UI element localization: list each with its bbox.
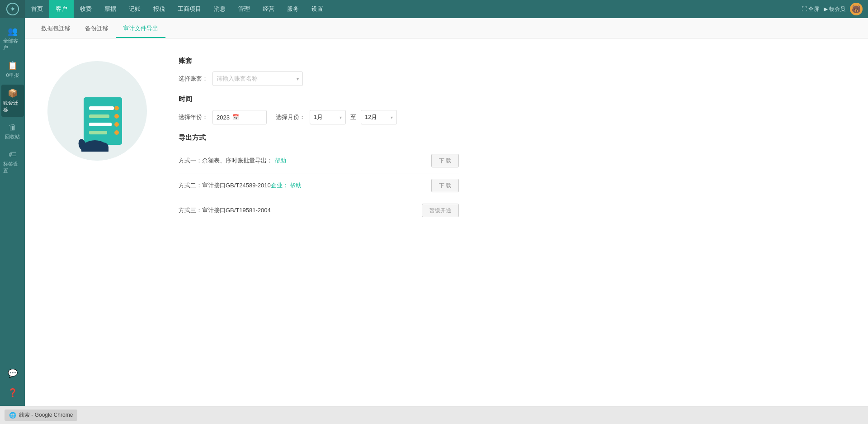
- member-button[interactable]: ▶ 畅会员: [824, 5, 845, 13]
- svg-point-6: [114, 106, 119, 110]
- nav-service[interactable]: 服务: [281, 0, 305, 18]
- account-section-title: 账套: [179, 57, 459, 65]
- export-section-title: 导出方式: [179, 133, 459, 142]
- nav-manage[interactable]: 管理: [232, 0, 256, 18]
- export-method-2-download-button[interactable]: 下 载: [431, 179, 459, 192]
- export-method-2-label: 方式二：审计接口GB/T24589-2010: [179, 182, 271, 189]
- svg-rect-4: [89, 123, 112, 126]
- recycle-icon: 🗑: [9, 123, 17, 132]
- export-method-3: 方式三：审计接口GB/T19581-2004 暂缓开通: [179, 198, 459, 223]
- nav-customer[interactable]: 客户: [49, 0, 74, 18]
- chevron-down-icon: ▾: [297, 76, 299, 81]
- account-row: 选择账套： 请输入账套名称 ▾: [179, 71, 459, 86]
- help-icon: ❓: [8, 388, 18, 398]
- svg-point-8: [114, 122, 119, 127]
- logo-icon: ✦: [6, 3, 19, 15]
- year-label: 选择年份：: [179, 113, 208, 121]
- nav-fee[interactable]: 收费: [74, 0, 98, 18]
- nav-business[interactable]: 工商项目: [171, 0, 208, 18]
- tab-audit-export[interactable]: 审计文件导出: [116, 20, 165, 38]
- export-method-3-open-button[interactable]: 暂缓开通: [422, 204, 459, 217]
- account-select[interactable]: 请输入账套名称 ▾: [212, 71, 303, 86]
- sidebar-help-button[interactable]: ❓: [1, 384, 24, 401]
- app-logo: ✦: [0, 0, 25, 18]
- content-area: 数据包迁移 备份迁移 审计文件导出: [25, 18, 868, 406]
- taskbar-chrome-label: 线索 - Google Chrome: [19, 411, 73, 419]
- month-start-select[interactable]: 1月 ▾: [310, 110, 346, 124]
- export-method-1-label: 方式一：余额表、序时账批量导出：: [179, 157, 273, 164]
- illustration-circle: [47, 61, 147, 161]
- time-separator: 至: [350, 113, 356, 121]
- tab-backup-migration[interactable]: 备份迁移: [78, 20, 116, 38]
- month-start-chevron-icon: ▾: [340, 115, 342, 120]
- year-input[interactable]: 2023 📅: [212, 110, 267, 124]
- export-method-2: 方式二：审计接口GB/T24589-2010企业： 帮助 下 载: [179, 173, 459, 198]
- fullscreen-icon: ⛶: [802, 6, 807, 12]
- illustration-svg: [61, 70, 133, 152]
- member-icon: ▶: [824, 6, 828, 12]
- month-label: 选择月份：: [276, 113, 305, 121]
- form-area: 账套 选择账套： 请输入账套名称 ▾ 时间 选择年份： 2023 📅: [160, 52, 477, 392]
- sidebar-item-zero-declare[interactable]: 📋 0申报: [1, 57, 24, 82]
- main-layout: 👥 全部客户 📋 0申报 📦 账套迁移 🗑 回收站 🏷 标签设置 💬 ❓: [0, 18, 868, 406]
- export-method-2-company-label: 企业：: [271, 182, 288, 189]
- page-content: 账套 选择账套： 请输入账套名称 ▾ 时间 选择年份： 2023 📅: [25, 38, 868, 406]
- top-navigation: ✦ 首页 客户 收费 票据 记账 报税 工商项目 消息 管理 经营 服务 设置 …: [0, 0, 868, 18]
- sidebar: 👥 全部客户 📋 0申报 📦 账套迁移 🗑 回收站 🏷 标签设置 💬 ❓: [0, 18, 25, 406]
- account-migrate-icon: 📦: [8, 88, 18, 98]
- export-method-1: 方式一：余额表、序时账批量导出： 帮助 下 载: [179, 148, 459, 173]
- sidebar-item-account-migrate[interactable]: 📦 账套迁移: [1, 85, 24, 117]
- calendar-icon: 📅: [232, 114, 239, 120]
- export-method-1-help-link[interactable]: 帮助: [274, 157, 286, 164]
- sidebar-chat-button[interactable]: 💬: [1, 365, 24, 382]
- taskbar: 🌐 线索 - Google Chrome: [0, 406, 868, 424]
- tabs-bar: 数据包迁移 备份迁移 审计文件导出: [25, 18, 868, 38]
- chrome-icon: 🌐: [9, 412, 16, 419]
- svg-rect-1: [84, 97, 122, 145]
- user-avatar[interactable]: 🐻: [850, 3, 863, 15]
- account-label: 选择账套：: [179, 75, 208, 83]
- nav-message[interactable]: 消息: [208, 0, 232, 18]
- svg-point-9: [114, 130, 119, 135]
- month-start-value: 1月: [314, 113, 323, 121]
- month-end-select[interactable]: 12月 ▾: [361, 110, 397, 124]
- nav-menu: 首页 客户 收费 票据 记账 报税 工商项目 消息 管理 经营 服务 设置: [25, 0, 802, 18]
- nav-invoice[interactable]: 票据: [98, 0, 123, 18]
- nav-right-area: ⛶ 全屏 ▶ 畅会员 🐻: [802, 3, 868, 15]
- all-customers-icon: 👥: [8, 26, 18, 36]
- time-section-title: 时间: [179, 95, 459, 104]
- illustration-area: [34, 52, 160, 392]
- year-value: 2023: [217, 114, 230, 121]
- export-method-3-label: 方式三：审计接口GB/T19581-2004: [179, 207, 271, 214]
- nav-operation[interactable]: 经营: [256, 0, 281, 18]
- sidebar-bottom: 💬 ❓: [1, 365, 24, 406]
- tab-data-migration[interactable]: 数据包迁移: [34, 20, 78, 38]
- svg-rect-3: [89, 114, 109, 118]
- time-row: 选择年份： 2023 📅 选择月份： 1月 ▾ 至 12月 ▾: [179, 110, 459, 124]
- month-end-chevron-icon: ▾: [391, 115, 393, 120]
- chat-icon: 💬: [8, 368, 18, 378]
- nav-settings[interactable]: 设置: [305, 0, 330, 18]
- svg-point-7: [114, 114, 119, 119]
- nav-bookkeeping[interactable]: 记账: [123, 0, 147, 18]
- export-method-1-download-button[interactable]: 下 载: [431, 154, 459, 167]
- svg-rect-2: [89, 106, 114, 110]
- export-method-2-help-link[interactable]: 帮助: [290, 182, 302, 189]
- nav-tax[interactable]: 报税: [147, 0, 171, 18]
- sidebar-item-tag-settings[interactable]: 🏷 标签设置: [1, 146, 24, 178]
- export-method-3-text: 方式三：审计接口GB/T19581-2004: [179, 206, 271, 214]
- sidebar-item-all-customers[interactable]: 👥 全部客户: [1, 23, 24, 55]
- sidebar-item-recycle[interactable]: 🗑 回收站: [1, 119, 24, 144]
- zero-declare-icon: 📋: [8, 61, 18, 71]
- month-end-value: 12月: [365, 113, 377, 121]
- export-method-1-text: 方式一：余额表、序时账批量导出： 帮助: [179, 157, 286, 165]
- taskbar-chrome-item[interactable]: 🌐 线索 - Google Chrome: [5, 410, 77, 421]
- nav-home[interactable]: 首页: [25, 0, 49, 18]
- svg-rect-5: [89, 131, 107, 134]
- export-method-2-text: 方式二：审计接口GB/T24589-2010企业： 帮助: [179, 181, 302, 190]
- fullscreen-button[interactable]: ⛶ 全屏: [802, 5, 819, 13]
- tag-settings-icon: 🏷: [9, 150, 17, 159]
- account-placeholder: 请输入账套名称: [217, 75, 258, 83]
